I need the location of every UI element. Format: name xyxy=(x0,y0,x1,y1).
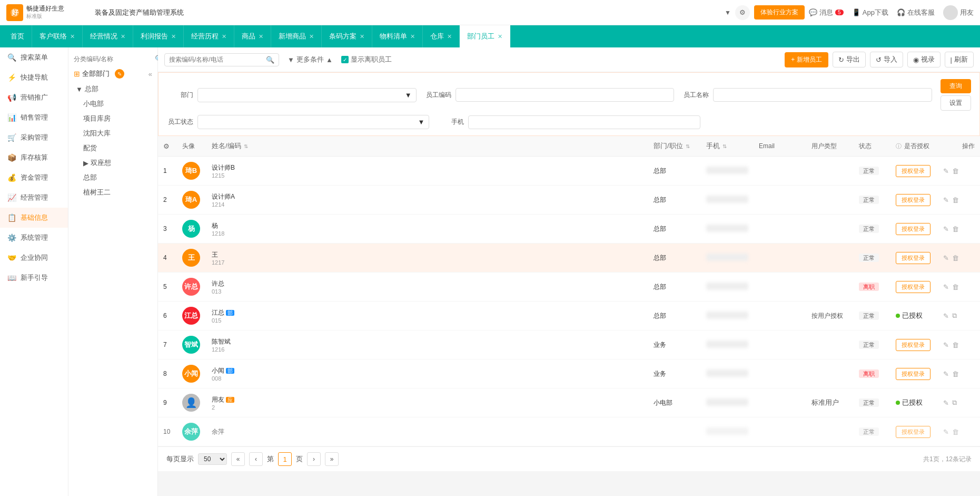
nav-item-bom[interactable]: 物料清单 ✕ xyxy=(372,25,423,47)
trial-button[interactable]: 体验行业方案 xyxy=(754,5,805,20)
auth-btn-8[interactable]: 授权登录 xyxy=(896,368,930,380)
search-input[interactable] xyxy=(169,56,264,63)
delete-icon-5[interactable]: 🗑 xyxy=(952,283,959,291)
auth-btn-4[interactable]: 授权登录 xyxy=(896,252,930,264)
sidebar-item-purchase[interactable]: 🛒 采购管理 xyxy=(0,128,68,148)
auth-btn-10[interactable]: 授权登录 xyxy=(896,426,930,438)
edit-icon-3[interactable]: ✎ xyxy=(943,225,949,233)
nav-item-barcode[interactable]: 条码方案 ✕ xyxy=(322,25,372,47)
close-icon-addgoods[interactable]: ✕ xyxy=(309,33,314,40)
prev-page-btn[interactable]: ‹ xyxy=(249,452,263,466)
dept-node-head[interactable]: ▼ 总部 xyxy=(68,82,157,96)
online-service-btn[interactable]: 🎧 在线客服 xyxy=(897,8,935,17)
col-phone-header[interactable]: 手机 ⇅ xyxy=(701,136,754,157)
last-page-btn[interactable]: » xyxy=(325,452,339,466)
query-button[interactable]: 查询 xyxy=(941,79,971,93)
per-page-select[interactable]: 50 100 xyxy=(198,453,227,465)
close-icon-barcode[interactable]: ✕ xyxy=(360,33,364,40)
settings-col-icon[interactable]: ⚙ xyxy=(163,142,170,150)
nav-item-employees[interactable]: 部门员工 ✕ xyxy=(460,25,510,47)
edit-icon-5[interactable]: ✎ xyxy=(943,283,949,291)
user-profile-btn[interactable]: 用友 xyxy=(943,5,974,20)
copy-icon-6[interactable]: ⧉ xyxy=(952,312,957,320)
auth-btn-7[interactable]: 授权登录 xyxy=(896,339,930,351)
copy-icon-9[interactable]: ⧉ xyxy=(952,398,957,407)
dept-search-input[interactable] xyxy=(74,55,153,63)
close-icon-bom[interactable]: ✕ xyxy=(410,33,415,40)
dept-node-shenyang[interactable]: 沈阳大库 xyxy=(68,126,157,141)
set-button[interactable]: 设置 xyxy=(941,95,971,111)
edit-icon-10[interactable]: ✎ xyxy=(943,428,949,436)
dept-all-dept-header[interactable]: ⊞ 全部部门 ✎ « xyxy=(68,66,157,82)
next-page-btn[interactable]: › xyxy=(307,452,321,466)
nav-item-business[interactable]: 经营情况 ✕ xyxy=(83,25,133,47)
view-button[interactable]: ◉ 视录 xyxy=(907,52,941,67)
close-icon-warehouse[interactable]: ✕ xyxy=(447,33,452,40)
settings-icon[interactable]: ⚙ xyxy=(735,5,750,20)
dept-node-project[interactable]: 项目库房 xyxy=(68,111,157,126)
sidebar-item-guide[interactable]: 📖 新手引导 xyxy=(0,268,68,288)
nav-item-goods[interactable]: 商品 ✕ xyxy=(234,25,271,47)
dept-node-peihuo[interactable]: 配货 xyxy=(68,141,157,155)
edit-icon-9[interactable]: ✎ xyxy=(943,399,949,407)
empstatus-select[interactable]: ▼ xyxy=(197,115,429,129)
delete-icon-7[interactable]: 🗑 xyxy=(952,341,959,349)
sidebar-item-search[interactable]: 🔍 搜索菜单 xyxy=(0,47,68,67)
more-filter-btn[interactable]: ▼ 更多条件 ▲ xyxy=(283,53,337,66)
dept-node-zongbu[interactable]: 总部 xyxy=(68,170,157,185)
delete-icon-4[interactable]: 🗑 xyxy=(952,254,959,262)
sidebar-item-operations[interactable]: 📈 经营管理 xyxy=(0,188,68,208)
dept-node-xiaodian[interactable]: 小电部 xyxy=(68,96,157,111)
nav-item-addgoods[interactable]: 新增商品 ✕ xyxy=(271,25,322,47)
first-page-btn[interactable]: « xyxy=(231,452,245,466)
message-btn[interactable]: 💬 消息 5 xyxy=(809,8,844,17)
nav-item-customers[interactable]: 客户联络 ✕ xyxy=(32,25,83,47)
sidebar-item-marketing[interactable]: 📢 营销推广 xyxy=(0,87,68,108)
refresh-button[interactable]: | 刷新 xyxy=(945,52,974,67)
close-icon-goods[interactable]: ✕ xyxy=(259,33,263,40)
edit-icon-1[interactable]: ✎ xyxy=(943,167,949,175)
col-dept-header[interactable]: 部门/职位 ⇅ xyxy=(648,136,701,157)
delete-icon-2[interactable]: 🗑 xyxy=(952,196,959,204)
auth-btn-2[interactable]: 授权登录 xyxy=(896,194,930,206)
close-icon-profit[interactable]: ✕ xyxy=(171,33,176,40)
search-icon[interactable]: 🔍 xyxy=(266,56,274,64)
sidebar-item-collab[interactable]: 🤝 企业协同 xyxy=(0,248,68,268)
phone-input[interactable] xyxy=(468,115,700,129)
show-resign-toggle[interactable]: ✓ 显示离职员工 xyxy=(341,55,392,64)
sidebar-item-inventory[interactable]: 📦 库存核算 xyxy=(0,148,68,168)
delete-icon-1[interactable]: 🗑 xyxy=(952,167,959,175)
app-download-btn[interactable]: 📱 App下载 xyxy=(852,8,888,17)
auth-btn-5[interactable]: 授权登录 xyxy=(896,281,930,293)
export-button[interactable]: ↻ 导出 xyxy=(833,52,866,67)
edit-icon-2[interactable]: ✎ xyxy=(943,196,949,204)
dept-node-zhishu[interactable]: 植树王二 xyxy=(68,185,157,200)
delete-icon-10[interactable]: 🗑 xyxy=(952,428,959,436)
edit-icon-4[interactable]: ✎ xyxy=(943,254,949,262)
auth-btn-1[interactable]: 授权登录 xyxy=(896,165,930,177)
dept-node-shuangzuo[interactable]: ▶ 双座想 xyxy=(68,155,157,170)
nav-item-home[interactable]: 首页 xyxy=(0,25,32,47)
system-title-dropdown[interactable]: ▼ xyxy=(725,9,731,16)
delete-icon-3[interactable]: 🗑 xyxy=(952,225,959,233)
edit-icon-8[interactable]: ✎ xyxy=(943,370,949,378)
sidebar-item-finance[interactable]: 💰 资金管理 xyxy=(0,168,68,188)
col-name-header[interactable]: 姓名/编码 ⇅ xyxy=(206,136,648,157)
sidebar-item-system[interactable]: ⚙️ 系统管理 xyxy=(0,228,68,248)
sidebar-item-basic-info[interactable]: 📋 基础信息 xyxy=(0,208,68,228)
close-icon-employees[interactable]: ✕ xyxy=(498,33,502,40)
nav-item-warehouse[interactable]: 仓库 ✕ xyxy=(423,25,460,47)
dept-select[interactable]: ▼ xyxy=(197,88,417,102)
empcode-input[interactable] xyxy=(456,88,675,102)
nav-item-profit[interactable]: 利润报告 ✕ xyxy=(133,25,184,47)
delete-icon-8[interactable]: 🗑 xyxy=(952,370,959,378)
close-icon-customers[interactable]: ✕ xyxy=(70,33,75,40)
import-button[interactable]: ↺ 导入 xyxy=(870,52,903,67)
edit-icon-6[interactable]: ✎ xyxy=(943,312,949,320)
sidebar-item-shortcuts[interactable]: ⚡ 快捷导航 xyxy=(0,67,68,87)
close-icon-business[interactable]: ✕ xyxy=(121,33,125,40)
dept-collapse-icon[interactable]: « xyxy=(149,70,152,78)
edit-icon-7[interactable]: ✎ xyxy=(943,341,949,349)
nav-item-journey[interactable]: 经营历程 ✕ xyxy=(184,25,234,47)
dept-edit-icon[interactable]: ✎ xyxy=(115,69,124,79)
